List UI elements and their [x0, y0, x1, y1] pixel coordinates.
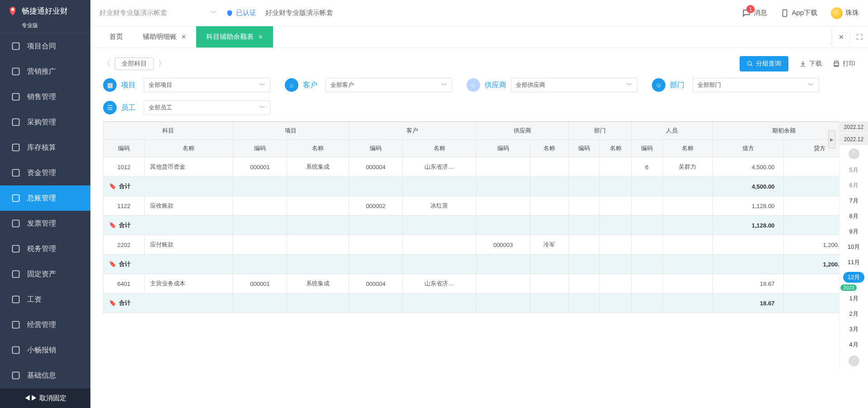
period-month[interactable]: 3月 — [840, 322, 868, 337]
page-tab-2[interactable]: 科目辅助余额表✕ — [196, 26, 273, 47]
sidebar-item-9[interactable]: 固定资产 — [0, 261, 90, 287]
print-button[interactable]: 打印 — [833, 60, 855, 68]
col-sub: 名称 — [144, 140, 233, 157]
bookmark-icon: 🔖 — [109, 183, 116, 190]
col-group: 供应商 — [476, 122, 569, 140]
sidebar-item-2[interactable]: 销售管理 — [0, 84, 90, 109]
chevron-down-icon: ﹀ — [259, 104, 265, 112]
page-tab-0[interactable]: 首页 — [99, 26, 133, 47]
filter-select-supplier[interactable]: 全部供应商﹀ — [511, 78, 637, 92]
sidebar-item-3[interactable]: 采购管理 — [0, 109, 90, 135]
filter-label-project: 项目 — [121, 81, 139, 90]
customer-icon: ⌂ — [285, 78, 298, 92]
period-month[interactable]: 10月 — [840, 239, 868, 255]
sidebar-item-12[interactable]: 小畅报销 — [0, 337, 90, 363]
sidebar-item-10[interactable]: 工资 — [0, 287, 90, 312]
user-menu[interactable]: 珠珠 — [831, 7, 859, 19]
tab-close-button[interactable]: ✕ — [832, 28, 850, 46]
download-app-button[interactable]: App下载 — [781, 9, 817, 17]
period-end[interactable]: 2022.12 — [840, 133, 868, 145]
table-row[interactable]: 2202应付账款000003冷军1,200.00 — [104, 235, 855, 255]
period-month[interactable]: 7月 — [840, 193, 868, 209]
sidebar-item-label: 项目合同 — [27, 42, 56, 51]
chevron-down-icon: ﹀ — [808, 81, 814, 89]
download-button[interactable]: 下载 — [799, 60, 822, 68]
sidebar-item-4[interactable]: 库存核算 — [0, 135, 90, 160]
sidebar-item-5[interactable]: 资金管理 — [0, 160, 90, 185]
crumb-current[interactable]: 全部科目 — [115, 57, 154, 70]
filter-select-employee[interactable]: 全部员工﹀ — [144, 100, 270, 115]
unpin-button[interactable]: ◀▶ 取消固定 — [0, 389, 90, 408]
sidebar-item-7[interactable]: 发票管理 — [0, 211, 90, 236]
svg-rect-6 — [13, 170, 19, 176]
grid-expand-icon[interactable]: ▶ — [828, 130, 835, 148]
sidebar-item-6[interactable]: 总账管理 — [0, 185, 90, 211]
svg-rect-14 — [13, 372, 19, 379]
table-sum-row: 🔖合计1,200.00 — [104, 255, 855, 274]
svg-rect-9 — [13, 246, 19, 252]
sidebar-item-1[interactable]: 营销推广 — [0, 59, 90, 84]
period-month[interactable]: 11月 — [840, 255, 868, 270]
sidebar-item-11[interactable]: 经营管理 — [0, 312, 90, 337]
chevron-down-icon: ﹀ — [259, 81, 265, 89]
filter-select-project[interactable]: 全部项目﹀ — [144, 78, 270, 92]
svg-point-17 — [748, 62, 751, 65]
period-month-selected[interactable]: 12月 — [843, 272, 864, 283]
svg-rect-5 — [13, 144, 19, 151]
sidebar-item-0[interactable]: 项目合同 — [0, 33, 90, 59]
filter-select-customer[interactable]: 全部客户﹀ — [326, 78, 452, 92]
sidebar-item-label: 采购管理 — [27, 118, 56, 127]
nav-icon — [11, 370, 21, 380]
nav-icon — [11, 345, 21, 355]
col-group: 项目 — [233, 122, 349, 140]
nav-icon — [11, 117, 21, 127]
svg-rect-3 — [13, 94, 19, 100]
period-month[interactable]: 2月 — [840, 306, 868, 322]
tab-close-icon[interactable]: ✕ — [181, 33, 186, 40]
avatar-icon — [831, 7, 843, 19]
page-tab-1[interactable]: 辅助明细账✕ — [133, 26, 196, 47]
table-row[interactable]: 1122应收账款000002冰红茶1,128.00 — [104, 196, 855, 216]
period-month[interactable]: 4月 — [840, 337, 868, 352]
crumb-next[interactable]: 〉 — [158, 59, 165, 69]
sidebar-item-label: 基础信息 — [27, 371, 56, 380]
col-sub: 编码 — [233, 140, 287, 157]
table-row[interactable]: 6401主营业务成本000001系统集成000004山东省济…18.67 — [104, 274, 855, 294]
sidebar-item-label: 小畅报销 — [27, 346, 56, 355]
period-month[interactable]: 6月 — [840, 178, 868, 193]
sidebar-item-label: 工资 — [27, 295, 42, 304]
period-down-icon[interactable]: ˅ — [849, 356, 859, 366]
account-select[interactable]: 好业财专业版演示帐套 ﹀ — [99, 9, 217, 17]
sidebar-item-label: 库存核算 — [27, 143, 56, 152]
period-month[interactable]: 5月 — [840, 162, 868, 178]
svg-rect-8 — [13, 220, 19, 227]
col-sub: 编码 — [349, 140, 403, 157]
supplier-icon: ☺ — [467, 78, 480, 92]
group-query-button[interactable]: 分组查询 — [740, 56, 788, 71]
table-row[interactable]: 1012其他货币资金000001系统集成000004山东省济…6吴群力4,500… — [104, 157, 855, 177]
col-sub: 名称 — [663, 140, 713, 157]
period-month[interactable]: 1月 — [840, 291, 868, 306]
dept-icon: ☺ — [652, 78, 665, 92]
fullscreen-button[interactable]: ⛶ — [850, 28, 868, 46]
nav-icon — [11, 218, 21, 228]
nav-icon — [11, 142, 21, 152]
svg-rect-11 — [13, 296, 19, 303]
notif-count: 1 — [746, 5, 755, 13]
period-month[interactable]: 9月 — [840, 224, 868, 239]
tab-close-icon[interactable]: ✕ — [258, 33, 263, 40]
sidebar-item-13[interactable]: 基础信息 — [0, 363, 90, 388]
period-month[interactable]: 8月 — [840, 209, 868, 224]
col-sub: 编码 — [104, 140, 145, 157]
sidebar-item-label: 销售管理 — [27, 92, 56, 102]
sidebar-item-label: 固定资产 — [27, 270, 56, 279]
period-start[interactable]: 2022.12 — [840, 121, 868, 133]
filter-select-dept[interactable]: 全部部门﹀ — [693, 78, 819, 92]
crumb-prev[interactable]: 〈 — [103, 59, 110, 69]
svg-point-0 — [11, 8, 14, 11]
sidebar-item-8[interactable]: 税务管理 — [0, 236, 90, 261]
period-up-icon[interactable]: ˄ — [849, 148, 859, 159]
messages-button[interactable]: 1 消息 — [742, 9, 767, 18]
nav-icon — [11, 269, 21, 279]
col-sub: 编码 — [476, 140, 530, 157]
